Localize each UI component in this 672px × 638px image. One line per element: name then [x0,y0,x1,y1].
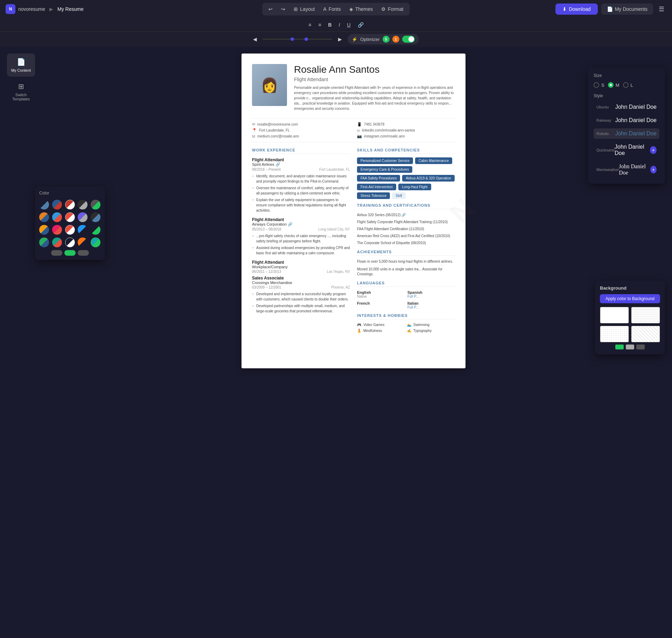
bg-pattern-white[interactable] [600,307,629,324]
hamburger-button[interactable]: ☰ [657,3,666,15]
cert-item[interactable]: FAA Flight Attendant Certification (11/2… [357,227,455,232]
quicksand-plus[interactable]: + [650,146,657,154]
font-merriweather[interactable]: Merriweather John Daniel Doe + [594,161,659,178]
color-swatch[interactable] [78,212,88,222]
ruler-track[interactable] [262,38,332,40]
color-swatch[interactable] [52,238,62,247]
list-item[interactable]: Identify, document, and analyze cabin ma… [252,173,350,184]
undo-button[interactable]: ↩ [265,4,276,14]
job-1: Flight Attendant Spirit Airlines 🔗 08/20… [252,157,350,213]
list-item[interactable]: Developed partnerships with multiple sma… [252,303,350,314]
skill-tag[interactable]: Cabin Maintenance [415,157,452,164]
download-button[interactable]: ⬇ Download [555,3,597,15]
bg-pattern-waves[interactable] [631,326,660,342]
sidebar-item-my-content[interactable]: 📄 My Content [7,54,35,77]
job-2-title[interactable]: Flight Attendant [252,217,350,222]
list-item[interactable]: Assisted during onboard emergencies by p… [252,245,350,256]
ruler-right-arrow[interactable]: ▶ [338,36,342,42]
align-left-button[interactable]: ≡ [306,20,314,29]
list-item[interactable]: Oversee the maintenance of comfort, safe… [252,185,350,196]
color-swatch[interactable] [91,212,100,222]
color-swatch[interactable] [91,238,100,247]
ruler-handle-right[interactable] [304,37,308,41]
size-option-s[interactable]: S [594,82,604,88]
themes-button[interactable]: ◈ Themes [346,4,377,14]
size-option-m[interactable]: M [608,82,620,88]
format-button[interactable]: ⚙ Format [378,4,407,14]
color-swatch[interactable] [65,238,75,247]
color-swatch[interactable] [65,200,75,210]
cert-item[interactable]: American Red Cross (AED) and First Aid C… [357,234,455,239]
ruler-left-arrow[interactable]: ◀ [253,36,257,42]
job-4-title[interactable]: Sales Associate [252,276,350,281]
font-quicksand[interactable]: Quicksand John Daniel Doe + [594,142,659,158]
skill-tag[interactable]: Long-Haul Flight [398,184,431,190]
color-swatch[interactable] [52,212,62,222]
radio-s[interactable] [594,82,599,88]
color-swatch[interactable] [91,200,100,210]
bg-color-gray[interactable] [626,345,634,349]
small-toggle-3[interactable] [78,250,89,256]
merriweather-plus[interactable]: + [650,166,657,173]
color-swatch[interactable] [39,200,49,210]
cert-item[interactable]: The Corporate School of Etiquette (08/20… [357,241,455,246]
apply-color-button[interactable]: Apply color to Background [600,294,660,303]
cert-item[interactable]: Flight Safety Corporate Flight Attendant… [357,220,455,225]
skill-tag[interactable]: First-Aid Intervention [357,184,396,190]
optimizer-pill[interactable]: ⚡ Optimizer 5 1 [348,34,419,44]
bg-color-teal[interactable] [615,345,624,349]
list-item[interactable]: ...pre-flight safety checks of cabin eme… [252,233,350,244]
skill-tag[interactable]: Airbus A319 & 320 Operation [402,175,455,182]
color-swatch[interactable] [78,238,88,247]
color-swatch[interactable] [39,238,49,247]
skill-tag[interactable]: Skill [392,192,405,199]
bold-button[interactable]: B [326,20,335,29]
my-documents-button[interactable]: 📄 My Documents [601,3,653,15]
italic-button[interactable]: I [336,20,343,29]
skill-tag[interactable]: Stress Tolerance [357,192,390,199]
align-center-button[interactable]: ≡ [315,20,324,29]
radio-m[interactable] [608,82,614,88]
fonts-button[interactable]: A Fonts [320,4,344,14]
layout-button[interactable]: ⊞ Layout [290,4,318,14]
small-toggle-2[interactable] [64,250,76,256]
color-swatch[interactable] [78,200,88,210]
bg-color-dark[interactable] [636,345,645,349]
color-swatch[interactable] [91,225,100,235]
font-roboto[interactable]: Roboto John Daniel Doe [594,128,659,139]
skill-tag[interactable]: Personalized Customer Service [357,157,413,164]
color-swatch[interactable] [39,225,49,235]
link-button[interactable]: 🔗 [355,20,366,29]
bg-pattern-dots[interactable] [600,326,629,342]
small-toggle-1[interactable] [51,250,62,256]
resume-job-title[interactable]: Flight Attendant [294,77,455,82]
skill-tag[interactable]: Emergency Care & Procedures [357,166,412,173]
size-option-l[interactable]: L [623,82,633,88]
optimizer-toggle[interactable] [402,36,415,43]
skill-tag[interactable]: FAA Safety Procedures [357,175,400,182]
color-swatch[interactable] [78,225,88,235]
font-ubuntu[interactable]: Ubuntu John Daniel Doe [594,102,659,112]
color-swatch[interactable] [52,225,62,235]
achievement-item[interactable]: Moved 10,000 units in a single sales tra… [357,267,455,277]
list-item[interactable]: Explain the use of safety equipment to p… [252,197,350,213]
job-3-title[interactable]: Flight Attendant [252,260,350,265]
radio-l[interactable] [623,82,629,88]
color-swatch[interactable] [65,225,75,235]
color-swatch[interactable] [65,212,75,222]
job-1-title[interactable]: Flight Attendant [252,157,350,162]
color-swatch[interactable] [52,200,62,210]
redo-button[interactable]: ↪ [278,4,289,14]
sidebar-item-switch-templates[interactable]: ⊞ Switch Templates [7,78,35,105]
cert-item[interactable]: Airbus 320 Series (06/2012) 🔗 [357,213,455,218]
underline-button[interactable]: U [344,20,354,29]
resume-name[interactable]: Rosalie Ann Santos [294,64,455,75]
font-raleway[interactable]: Raleway John Daniel Doe [594,115,659,126]
ruler-handle-left[interactable] [290,37,294,41]
color-swatch[interactable] [39,212,49,222]
bg-pattern-lines[interactable] [631,307,660,324]
list-item[interactable]: Developed and implemented a successful l… [252,291,350,302]
resume-title[interactable]: My Resume [57,6,84,12]
achievement-item[interactable]: Flown in over 5,000 hours long-haul flig… [357,259,455,264]
resume-summary[interactable]: Personable and people-oriented Flight At… [294,85,455,111]
